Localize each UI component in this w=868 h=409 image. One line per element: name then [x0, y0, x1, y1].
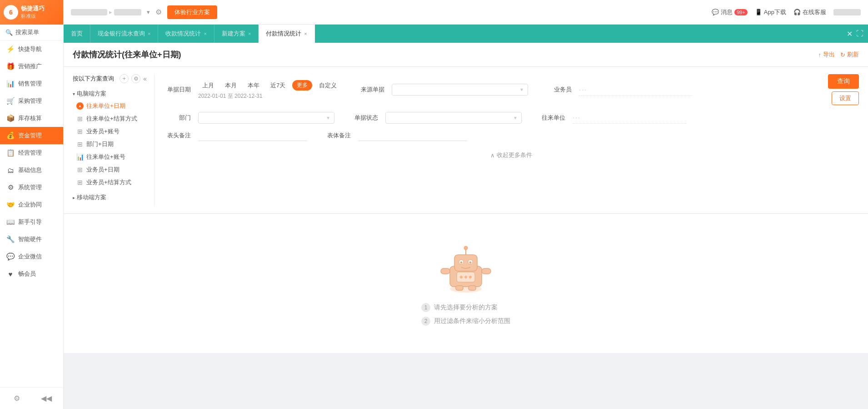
tip-1-num: 1	[421, 303, 430, 312]
collapse-row: ∧ 收起更多条件	[164, 147, 859, 163]
zhineng-label: 智能硬件	[18, 235, 42, 243]
scheme-add-button[interactable]: +	[120, 74, 129, 83]
sidebar-settings-btn[interactable]: ⚙	[4, 391, 30, 405]
sidebar-item-caigou[interactable]: 🛒 采购管理	[0, 92, 63, 110]
refresh-button[interactable]: ↻ 刷新	[840, 50, 859, 59]
export-icon: ↑	[818, 51, 822, 58]
sidebar-item-zhineng[interactable]: 🔧 智能硬件	[0, 231, 63, 248]
scheme-item-2-label: 往来单位+结算方式	[86, 115, 137, 123]
svg-point-13	[464, 276, 467, 278]
xinshou-label: 新手引导	[18, 218, 42, 226]
tab-cashflow[interactable]: 现金银行流水查询 ×	[90, 25, 158, 43]
qiye-icon: 🤝	[6, 201, 15, 209]
sidebar-item-weixin[interactable]: 💬 企业微信	[0, 248, 63, 265]
dept-select[interactable]: ▾	[198, 112, 334, 124]
sidebar-item-qiye[interactable]: 🤝 企业协同	[0, 196, 63, 213]
topbar-settings-icon[interactable]: ⚙	[155, 8, 162, 16]
service-group[interactable]: 🎧 在线客服	[793, 8, 826, 16]
tip-2-text: 用过滤条件来缩小分析范围	[434, 317, 510, 325]
scheme-item-5[interactable]: 📊 往来单位+账号	[73, 151, 147, 163]
date-more-button[interactable]: 更多	[292, 80, 312, 91]
sidebar-item-zijin[interactable]: 💰 资金管理	[0, 127, 63, 144]
filter-panel: 按以下方案查询 + ⚙ « ▾ 电脑端方案 ●	[64, 67, 868, 214]
tabs-close-all-btn[interactable]: ✕	[847, 30, 853, 38]
pc-scheme-group-header[interactable]: ▾ 电脑端方案	[73, 88, 147, 100]
sidebar-item-yingxiao[interactable]: 🎁 营销推广	[0, 58, 63, 75]
tab-receipt[interactable]: 收款情况统计 ×	[158, 25, 214, 43]
sidebar-item-xinshou[interactable]: 📖 新手引导	[0, 213, 63, 231]
export-label: 导出	[823, 50, 835, 59]
query-button[interactable]: 查询	[828, 74, 859, 89]
counterparty-select[interactable]: ···	[573, 111, 686, 124]
main-content: ▸ ▾ ⚙ 体验行业方案 💬 消息 99+ 📱 App下载 🎧 在线客服	[64, 0, 868, 409]
empty-tip-2: 2 用过滤条件来缩小分析范围	[421, 317, 510, 326]
date-option-7days[interactable]: 近7天	[266, 80, 289, 91]
kuaijie-icon: ⚡	[6, 45, 15, 53]
sidebar-item-kucun[interactable]: 📦 库存核算	[0, 110, 63, 127]
scheme-settings-button[interactable]: ⚙	[131, 74, 140, 83]
tab-newplan[interactable]: 新建方案 ×	[215, 25, 259, 43]
empty-icon	[439, 241, 493, 296]
sidebar-item-xitong[interactable]: ⚙ 系统管理	[0, 179, 63, 196]
qiye-label: 企业协同	[18, 201, 42, 209]
scheme-item-1-icon: ●	[76, 102, 84, 110]
source-voucher-select[interactable]: ▾	[392, 84, 528, 96]
filter-settings-button[interactable]: 设置	[832, 91, 859, 105]
caigou-icon: 🛒	[6, 97, 15, 105]
search-menu[interactable]: 🔍 搜索菜单	[0, 25, 63, 40]
mobile-scheme-group-header[interactable]: ▸ 移动端方案	[73, 192, 147, 203]
scheme-item-1[interactable]: ● 往来单位+日期	[73, 100, 147, 112]
scheme-item-4[interactable]: ⊞ 部门+日期	[73, 138, 147, 151]
scheme-item-3[interactable]: ⊞ 业务员+账号	[73, 125, 147, 138]
date-option-custom[interactable]: 自定义	[315, 80, 341, 91]
tabs-maximize-btn[interactable]: ⛶	[856, 30, 863, 38]
date-option-this-year[interactable]: 本年	[244, 80, 264, 91]
tab-cashflow-label: 现金银行流水查询	[98, 30, 145, 38]
experience-scheme-button[interactable]: 体验行业方案	[167, 5, 217, 19]
tab-receipt-label: 收款情况统计	[165, 30, 201, 38]
scheme-collapse-button[interactable]: «	[143, 75, 147, 82]
salesman-select[interactable]: ···	[579, 84, 693, 96]
tip-1-text: 请先选择要分析的方案	[434, 303, 498, 312]
tab-payment[interactable]: 付款情况统计 ×	[259, 25, 314, 43]
xitong-icon: ⚙	[6, 183, 15, 192]
scheme-item-2[interactable]: ⊞ 往来单位+结算方式	[73, 112, 147, 125]
user-avatar[interactable]	[833, 9, 861, 15]
app-download-label: App下载	[764, 8, 786, 16]
date-range-display: 2022-01-01 至 2022-12-31	[198, 92, 341, 100]
chang-label: 畅会员	[18, 270, 36, 278]
sidebar-collapse-btn[interactable]: ◀◀	[33, 391, 60, 405]
sidebar-item-jichu[interactable]: 🗂 基础信息	[0, 162, 63, 179]
scheme-item-7[interactable]: ⊞ 业务员+结算方式	[73, 176, 147, 189]
filter-row-3: 表头备注 表体备注	[164, 130, 859, 141]
filter-actions: 查询 设置	[828, 74, 859, 105]
counterparty-label: 往来单位	[538, 114, 565, 122]
tab-payment-close[interactable]: ×	[304, 31, 307, 36]
weixin-icon: 💬	[6, 252, 15, 261]
data-area: 1 请先选择要分析的方案 2 用过滤条件来缩小分析范围	[64, 214, 868, 353]
app-download-group[interactable]: 📱 App下载	[755, 8, 786, 16]
collapse-conditions-button[interactable]: ∧ 收起更多条件	[487, 147, 536, 163]
header-note-input[interactable]	[198, 130, 307, 141]
tab-home[interactable]: 首页	[64, 25, 90, 43]
sidebar-item-chang[interactable]: ♥ 畅会员	[0, 265, 63, 283]
tab-newplan-close[interactable]: ×	[248, 31, 251, 36]
export-button[interactable]: ↑ 导出	[818, 50, 835, 59]
edition-label: 标准版	[21, 13, 45, 20]
sidebar-footer: ⚙ ◀◀	[0, 387, 63, 409]
yingxiao-icon: 🎁	[6, 62, 15, 71]
message-group[interactable]: 💬 消息 99+	[712, 8, 748, 16]
tab-cashflow-close[interactable]: ×	[148, 31, 150, 36]
service-icon: 🎧	[793, 9, 801, 15]
sidebar-item-jingying[interactable]: 📋 经营管理	[0, 144, 63, 162]
topbar-dropdown-arrow[interactable]: ▾	[147, 9, 150, 15]
sidebar-item-kuaijie[interactable]: ⚡ 快捷导航	[0, 40, 63, 58]
voucher-status-select[interactable]: ▾	[385, 112, 522, 124]
scheme-item-6[interactable]: ⊞ 业务员+日期	[73, 163, 147, 176]
tab-receipt-close[interactable]: ×	[204, 31, 206, 36]
date-option-this-month[interactable]: 本月	[221, 80, 241, 91]
scheme-item-5-icon: 📊	[76, 153, 84, 161]
date-option-last-month[interactable]: 上月	[198, 80, 218, 91]
body-note-input[interactable]	[358, 130, 467, 141]
sidebar-item-xiaoshou[interactable]: 📊 销售管理	[0, 75, 63, 92]
